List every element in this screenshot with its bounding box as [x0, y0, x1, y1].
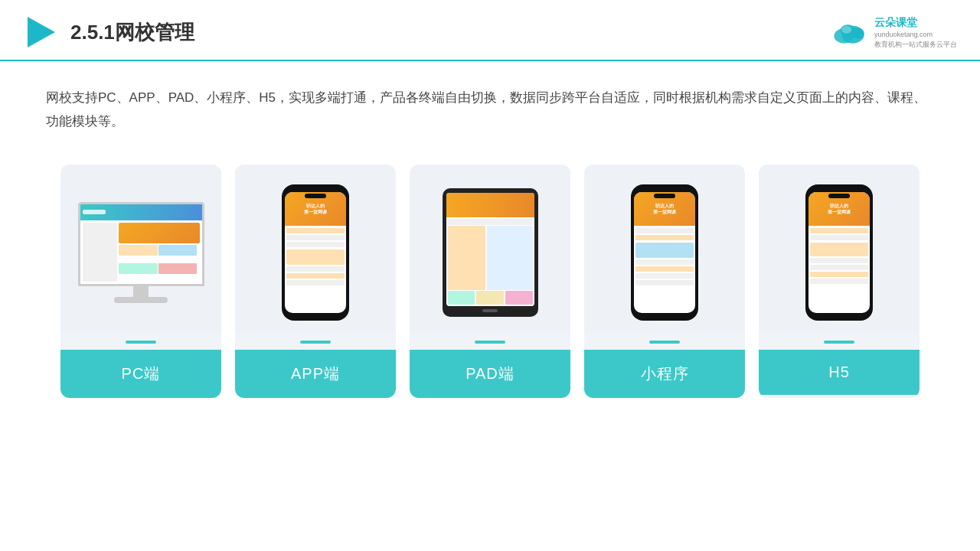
card-app-label: APP端: [235, 350, 396, 398]
card-miniapp-label: 小程序: [584, 350, 745, 398]
pc-monitor-icon: [78, 202, 204, 303]
card-pad: PAD端: [410, 165, 570, 398]
play-icon: [23, 14, 60, 51]
header-left: 2.5.1网校管理: [23, 14, 194, 51]
logo-area: 云朵课堂 yunduoketang.com 教育机构一站式服务云平台: [830, 15, 957, 50]
svg-marker-0: [28, 17, 55, 47]
miniapp-phone-icon: 职达人的第一堂网课: [631, 184, 698, 321]
card-pc-bar: [126, 341, 156, 344]
card-app-image: 职达人的第一堂网课: [235, 165, 396, 333]
page-title: 2.5.1网校管理: [70, 19, 194, 46]
card-miniapp-image: 职达人的第一堂网课: [584, 165, 745, 333]
app-phone-icon: 职达人的第一堂网课: [282, 184, 349, 321]
pad-tablet-icon: [443, 188, 538, 317]
card-pad-label: PAD端: [410, 350, 570, 398]
page-header: 2.5.1网校管理 云朵课堂 yunduoketang.com 教育机构一站式服…: [0, 0, 980, 61]
card-pc-label: PC端: [60, 350, 221, 398]
card-pc-image: [60, 165, 221, 333]
card-pc: PC端: [60, 165, 221, 398]
card-h5-image: 职达人的第一堂网课: [759, 165, 920, 333]
card-h5-label: H5: [759, 350, 920, 395]
card-miniapp: 职达人的第一堂网课: [584, 165, 745, 398]
card-miniapp-bar: [649, 341, 680, 344]
svg-point-4: [851, 28, 864, 39]
card-app-bar: [300, 341, 331, 344]
card-pad-bar: [475, 341, 505, 344]
card-pad-image: [410, 165, 570, 333]
cloud-logo-icon: [830, 18, 868, 46]
h5-phone-icon: 职达人的第一堂网课: [805, 184, 873, 321]
card-h5: 职达人的第一堂网课: [759, 165, 920, 398]
svg-point-5: [841, 26, 851, 34]
description-text: 网校支持PC、APP、PAD、小程序、H5，实现多端打通，产品各终端自由切换，数…: [0, 61, 980, 149]
card-h5-bar: [824, 341, 854, 344]
card-app: 职达人的第一堂网课: [235, 165, 396, 398]
logo-text: 云朵课堂 yunduoketang.com 教育机构一站式服务云平台: [874, 15, 957, 50]
cards-container: PC端 职达人的第一堂网课: [0, 149, 980, 398]
